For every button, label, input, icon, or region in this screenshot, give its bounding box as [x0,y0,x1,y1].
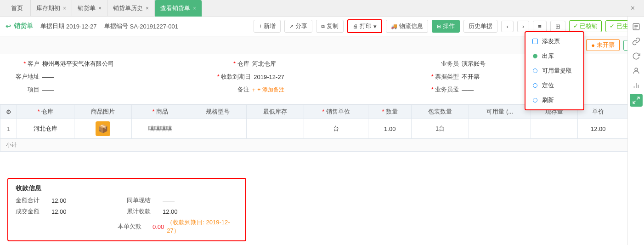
payment-same-order-label: 同单现结 [127,196,159,205]
sidebar-icon-user[interactable] [630,64,643,77]
dropdown-refresh[interactable]: 刷新 [525,93,583,108]
tab-inventory-init-label: 库存期初 [36,4,60,12]
payment-grid: 金额合计 12.00 同单现结 —— 成交金额 12.00 累计收款 12.00… [16,196,238,235]
outbound-icon [532,53,538,59]
tab-view-sales-label: 查看销货单 [160,4,190,12]
customer-label: 客户 [7,60,40,68]
print-button[interactable]: 🖨 打印 ▾ [347,19,382,33]
print-dropdown-icon: ▾ [373,23,377,30]
salesperson-label: 业务员 [427,60,459,68]
dropdown-available-qty-label: 可用量提取 [542,67,572,75]
new-button[interactable]: + 新增 [254,20,281,33]
payment-total-row: 金额合计 12.00 [16,196,127,205]
payment-deal-label: 成交金额 [16,207,48,216]
row-qty: 1.00 [368,119,412,139]
list-view-button[interactable]: ≡ [533,21,547,32]
window-close-button[interactable]: × [625,4,640,12]
col-spec: 规格型号 [189,105,246,119]
sidebar-icon-chart[interactable] [630,79,643,92]
subtotal-label: 小计 [0,139,644,152]
warehouse-field: 仓库 河北仓库 [217,60,427,68]
dropdown-location-label: 定位 [542,81,554,90]
due-date-field: 收款到期日 2019-12-27 [217,73,427,81]
tab-sales-order[interactable]: 销货单 × [72,0,107,17]
project-value: —— [42,86,54,93]
tab-view-sales[interactable]: 查看销货单 × [155,0,202,17]
logistics-button[interactable]: 🚚 物流信息 [386,20,428,33]
warehouse-value: 河北仓库 [252,60,276,68]
copy-button[interactable]: ⧉ 复制 [316,20,344,33]
project-label: 项目 [7,85,40,94]
gear-icon[interactable]: ⚙ [6,108,11,115]
subtotal-row: 小计 [0,139,644,152]
add-icon: + [252,86,256,93]
grid-view-button[interactable]: ⊞ [550,21,565,32]
sidebar-icon-link[interactable] [630,35,643,48]
right-sidebar [627,17,644,245]
payment-due-row: 本单欠款 0.00 （收款到期日: 2019-12-27） [16,218,238,235]
history-button[interactable]: 历史单据 [463,20,497,33]
sidebar-icon-expand[interactable] [630,94,643,107]
salesperson-value: 演示账号 [462,60,486,68]
share-button[interactable]: ↗ 分享 [284,20,312,33]
date-value-text: 2019-12-27 [66,23,97,30]
row-price: 12.00 [577,119,619,139]
row-unit: 台 [304,119,368,139]
tab-home-label: 首页 [11,4,23,12]
dropdown-location[interactable]: 定位 [525,78,583,93]
payment-accumulated-row: 累计收款 12.00 [127,207,238,216]
note-label: 备注 [217,85,249,94]
row-num: 1 [0,119,17,139]
due-date-value: 2019-12-27 [254,74,284,80]
tab-sales-order-label: 销货单 [78,4,96,12]
row-image: 📦 [74,119,131,139]
new-button-label: + 新增 [259,22,276,30]
dropdown-outbound[interactable]: 出库 [525,49,583,63]
table-row: 1 河北仓库 📦 嘻嘻嘻嘻 台 1.00 1台 12.00 [0,119,644,139]
due-date-label: 收款到期日 [217,73,251,81]
tab-inventory-init[interactable]: 库存期初 × [31,0,72,17]
dropdown-outbound-label: 出库 [542,52,554,60]
add-invoice-icon [532,38,538,45]
tab-inventory-init-close[interactable]: × [63,5,66,11]
not-opened-icon: ● [591,42,595,49]
tab-sales-order-close[interactable]: × [98,5,102,11]
customer-value: 柳州粤港平安气体有限公司 [42,60,114,68]
sidebar-icon-refresh[interactable] [630,50,643,63]
dropdown-refresh-label: 刷新 [542,96,554,104]
logistics-button-label: 物流信息 [399,22,423,30]
salesperson2-value: —— [462,86,474,93]
status-cancelled-badge: ✓ 已核销 [569,20,602,32]
row-spec [189,119,246,139]
col-pack-qty: 包装数量 [412,105,469,119]
tab-home[interactable]: 首页 [4,0,31,17]
next-button[interactable]: › [517,21,529,32]
col-qty: * 数量 [368,105,412,119]
tab-view-sales-close[interactable]: × [193,5,196,11]
product-table-area: ⚙ * 仓库 商品图片 * 商品 规格型号 最低库存 * 销售单位 * 数量 包… [0,104,644,174]
product-table: ⚙ * 仓库 商品图片 * 商品 规格型号 最低库存 * 销售单位 * 数量 包… [0,104,644,152]
row-min-stock [246,119,304,139]
address-value: —— [42,74,54,80]
not-opened-button[interactable]: ● 未开票 [586,39,620,51]
col-settings[interactable]: ⚙ [0,105,17,119]
document-type-title: ↩ 销货单 [6,22,33,30]
address-field: 客户地址 —— [7,73,217,81]
sidebar-icon-notes[interactable] [630,20,643,33]
number-value-text: SA-20191227-001 [130,23,179,30]
operation-button[interactable]: ⊞ 操作 [432,20,460,33]
tab-sales-history[interactable]: 销货单历史 × [107,0,155,17]
tab-sales-history-close[interactable]: × [146,5,149,11]
salesperson2-label: 业务员孟 [427,85,459,94]
payment-same-order-row: 同单现结 —— [127,196,238,205]
svg-line-9 [633,101,635,103]
col-available: 可用量 (... [469,105,531,119]
add-note-button[interactable]: + + 添加备注 [252,86,284,94]
payment-accumulated-label: 累计收款 [127,207,159,216]
row-available [469,119,531,139]
dropdown-add-invoice[interactable]: 添发票 [525,34,583,49]
doc-number: 单据编号 SA-20191227-001 [104,22,179,30]
dropdown-available-qty[interactable]: 可用量提取 [525,63,583,78]
col-product: * 商品 [131,105,189,119]
prev-button[interactable]: ‹ [501,21,513,32]
